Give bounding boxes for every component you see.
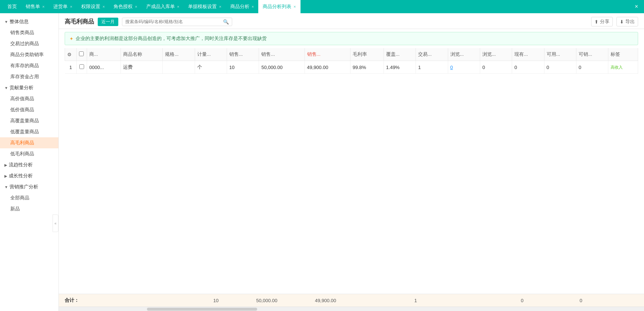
sidebar-group-trend[interactable]: ▶ 流趋性分析 [0, 159, 58, 170]
sidebar-item-new-goods[interactable]: 新品 [0, 203, 58, 214]
content-area: 高毛利商品 近一月 🔍 ⬆ 分享 ⬇ 导出 ✦ 企业的主要的利润都是这部分商品创… [59, 13, 644, 311]
cell-current-stock: 0 [512, 61, 544, 74]
nav-template[interactable]: 单据模板设置 × [184, 0, 226, 13]
arrow-down-icon: ▼ [4, 185, 8, 189]
sidebar-item-sales-goods[interactable]: 销售类商品 [0, 27, 58, 38]
export-button[interactable]: ⬇ 导出 [616, 17, 638, 26]
cell-browse1[interactable]: 0 [448, 61, 480, 74]
close-icon[interactable]: × [135, 4, 137, 9]
col-spec[interactable]: 规格... [163, 48, 195, 61]
sidebar-item-traded[interactable]: 交易过的商品 [0, 38, 58, 49]
close-icon[interactable]: × [219, 4, 221, 9]
col-name[interactable]: 商品名称 [121, 48, 163, 61]
cell-sellable: 0 [576, 61, 608, 74]
window-close-button[interactable]: × [632, 3, 641, 10]
close-icon[interactable]: × [102, 4, 105, 9]
close-icon[interactable]: × [42, 4, 44, 9]
footer-values: 10 50,000.00 49,900.00 1 0 0 [86, 298, 638, 303]
cell-spec [163, 61, 195, 74]
select-all-checkbox[interactable] [79, 51, 84, 56]
col-sellable[interactable]: 可销... [576, 48, 608, 61]
sidebar-item-low-margin[interactable]: 低毛利商品 [0, 148, 58, 159]
col-sales-profit[interactable]: 销售... [305, 48, 350, 61]
footer-sales-qty: 10 [189, 298, 219, 303]
cell-transaction: 1 [416, 61, 448, 74]
arrow-down-icon: ▼ [4, 20, 8, 24]
sidebar-item-low-coverage[interactable]: 低覆盖量商品 [0, 126, 58, 137]
nav-product-in[interactable]: 产成品入库单 × [142, 0, 184, 13]
col-code[interactable]: 商... [87, 48, 121, 61]
nav-analysis-list[interactable]: 商品分析列表 × [258, 0, 300, 13]
col-unit[interactable]: 计量... [195, 48, 227, 61]
col-tag[interactable]: 标签 [608, 48, 638, 61]
footer-sales-amount: 50,000.00 [248, 298, 277, 303]
col-browse1[interactable]: 浏览... [448, 48, 480, 61]
sidebar-item-all-goods[interactable]: 全部商品 [0, 192, 58, 203]
sidebar-collapse-button[interactable]: « [53, 214, 58, 232]
close-icon[interactable]: × [294, 4, 296, 9]
cell-index: 1 [65, 61, 77, 74]
col-transaction[interactable]: 交易... [416, 48, 448, 61]
cell-browse2: 0 [480, 61, 512, 74]
nav-analysis[interactable]: 商品分析 × [226, 0, 258, 13]
col-coverage[interactable]: 覆盖... [384, 48, 415, 61]
sidebar-item-stocked[interactable]: 有库存的商品 [0, 60, 58, 71]
sidebar-item-high-value[interactable]: 高价值商品 [0, 93, 58, 104]
nav-home[interactable]: 首页 [3, 0, 21, 13]
nav-sales[interactable]: 销售单 × [21, 0, 49, 13]
col-checkbox [77, 48, 87, 61]
settings-icon[interactable]: ⚙ [67, 52, 72, 57]
sidebar: ▼ 整体信息 销售类商品 交易过的商品 商品分类助销率 有库存的商品 库存资金占… [0, 13, 59, 311]
col-available[interactable]: 可用... [544, 48, 576, 61]
cell-name: 运费 [121, 61, 163, 74]
table-wrapper: ⚙ 商... 商品名称 规格... 计量... 销售... 销售... 销售..… [59, 48, 644, 294]
sidebar-group-growth[interactable]: ▶ 成长性分析 [0, 170, 58, 181]
col-settings[interactable]: ⚙ [65, 48, 77, 61]
sidebar-item-category-rate[interactable]: 商品分类助销率 [0, 49, 58, 60]
nav-permission[interactable]: 权限设置 × [77, 0, 109, 13]
cell-sales-amount: 50,000.00 [259, 61, 305, 74]
alert-banner: ✦ 企业的主要的利润都是这部分商品创造的，可考虑加大推广，同时关注库存是不要出现… [65, 32, 638, 45]
page-title: 高毛利商品 [65, 18, 94, 26]
horizontal-scrollbar[interactable] [59, 307, 644, 311]
cell-tag: 高收入 [608, 61, 638, 74]
search-icon: 🔍 [223, 19, 229, 25]
table-footer: 合计： 10 50,000.00 49,900.00 1 0 0 [59, 294, 644, 307]
col-gross-margin[interactable]: 毛利率 [350, 48, 384, 61]
sidebar-group-marketing[interactable]: ▼ 营销推广分析 [0, 181, 58, 192]
row-checkbox[interactable] [79, 64, 84, 69]
sidebar-item-high-coverage[interactable]: 高覆盖量商品 [0, 115, 58, 126]
nav-role[interactable]: 角色授权 × [109, 0, 141, 13]
alert-icon: ✦ [69, 36, 73, 41]
cell-coverage: 1.49% [384, 61, 415, 74]
nav-purchase[interactable]: 进货单 × [49, 0, 76, 13]
top-nav: 首页 销售单 × 进货单 × 权限设置 × 角色授权 × 产成品入库单 × 单据… [0, 0, 644, 13]
sidebar-group-contribution[interactable]: ▼ 贡献量分析 [0, 82, 58, 93]
col-sales-amount[interactable]: 销售... [259, 48, 305, 61]
sidebar-group-overall[interactable]: ▼ 整体信息 [0, 16, 58, 27]
close-icon[interactable]: × [70, 4, 72, 9]
col-current-stock[interactable]: 现有... [512, 48, 544, 61]
cell-sales-qty: 10 [227, 61, 259, 74]
period-button[interactable]: 近一月 [98, 18, 118, 26]
footer-current: 0 [494, 298, 524, 303]
arrow-right-icon: ▶ [4, 163, 7, 167]
cell-code: 0000... [87, 61, 121, 74]
close-icon[interactable]: × [252, 4, 254, 9]
share-button[interactable]: ⬆ 分享 [591, 17, 613, 26]
arrow-right-icon: ▶ [4, 174, 7, 178]
footer-transaction: 1 [388, 298, 417, 303]
col-browse2[interactable]: 浏览... [480, 48, 512, 61]
cell-gross-margin: 99.8% [350, 61, 384, 74]
main-layout: ▼ 整体信息 销售类商品 交易过的商品 商品分类助销率 有库存的商品 库存资金占… [0, 13, 644, 311]
close-icon[interactable]: × [177, 4, 179, 9]
search-input[interactable] [125, 19, 222, 24]
sidebar-item-low-value[interactable]: 低价值商品 [0, 104, 58, 115]
content-header: 高毛利商品 近一月 🔍 ⬆ 分享 ⬇ 导出 [59, 13, 644, 29]
sidebar-item-capital[interactable]: 库存资金占用 [0, 71, 58, 82]
col-sales-qty[interactable]: 销售... [227, 48, 259, 61]
table-row: 1 0000... 运费 个 10 50,000.00 49,900.00 99… [65, 61, 638, 74]
footer-sales-profit: 49,900.00 [307, 298, 336, 303]
sidebar-item-high-margin[interactable]: 高毛利商品 [0, 137, 58, 148]
scroll-thumb[interactable] [147, 308, 257, 311]
